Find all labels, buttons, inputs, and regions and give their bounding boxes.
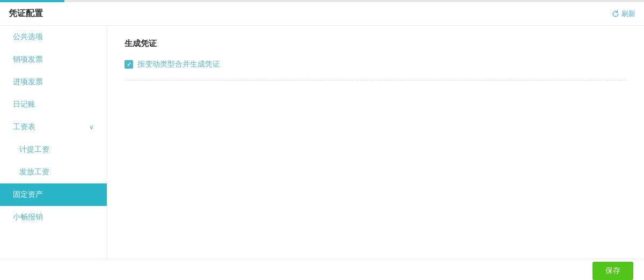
main-layout: 公共选项销项发票进项发票日记账工资表∨计提工资发放工资固定资产小畅报销 生成凭证… (0, 26, 644, 259)
sidebar-item-fixed-assets[interactable]: 固定资产 (0, 183, 107, 206)
checkbox-row: 按变动类型合并生成凭证 (125, 60, 627, 69)
sidebar-item-payroll-table[interactable]: 工资表∨ (0, 116, 107, 138)
sidebar-item-label-calc-salary: 计提工资 (19, 145, 49, 154)
sidebar-item-sales-invoice[interactable]: 销项发票 (0, 48, 107, 71)
sidebar-item-label-journal: 日记账 (13, 100, 35, 109)
merge-by-type-checkbox[interactable] (125, 60, 133, 69)
sidebar-item-calc-salary[interactable]: 计提工资 (0, 138, 107, 161)
sidebar-item-label-public-options: 公共选项 (13, 32, 43, 42)
chevron-down-icon: ∨ (89, 123, 94, 131)
page-title: 凭证配置 (9, 8, 43, 19)
sidebar-item-purchase-invoice[interactable]: 进项发票 (0, 71, 107, 93)
page-header: 凭证配置 刷新 (0, 2, 644, 26)
sidebar-item-expense-report[interactable]: 小畅报销 (0, 206, 107, 229)
sidebar-item-label-fixed-assets: 固定资产 (13, 190, 43, 200)
sidebar-item-label-payroll-table: 工资表 (13, 122, 35, 132)
sidebar-item-public-options[interactable]: 公共选项 (0, 26, 107, 48)
refresh-icon (612, 10, 619, 18)
merge-by-type-label: 按变动类型合并生成凭证 (137, 60, 220, 69)
content-area: 生成凭证 按变动类型合并生成凭证 (107, 26, 644, 259)
save-button[interactable]: 保存 (592, 262, 633, 280)
refresh-label: 刷新 (621, 9, 635, 19)
sidebar-item-pay-salary[interactable]: 发放工资 (0, 161, 107, 183)
refresh-button[interactable]: 刷新 (612, 9, 635, 19)
section-divider (125, 80, 627, 80)
sidebar-item-label-sales-invoice: 销项发票 (13, 55, 43, 64)
sidebar-item-label-purchase-invoice: 进项发票 (13, 77, 43, 87)
sidebar: 公共选项销项发票进项发票日记账工资表∨计提工资发放工资固定资产小畅报销 (0, 26, 107, 259)
page-footer: 保存 (0, 259, 644, 280)
sidebar-item-label-expense-report: 小畅报销 (13, 212, 43, 222)
sidebar-item-journal[interactable]: 日记账 (0, 93, 107, 116)
section-title: 生成凭证 (125, 39, 627, 49)
sidebar-item-label-pay-salary: 发放工资 (19, 167, 49, 177)
